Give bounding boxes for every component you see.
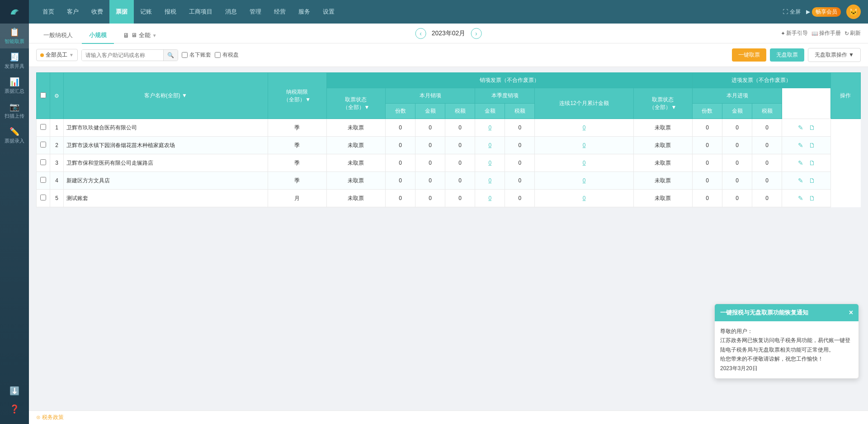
row-monthly-sale-tax: 0 <box>445 172 475 190</box>
nav-customer[interactable]: 客户 <box>61 0 85 24</box>
row-monthly-purchase-amount: 0 <box>722 190 752 207</box>
new-guide-btn[interactable]: ✦ 新手引导 <box>781 29 808 37</box>
row-index: 3 <box>50 154 64 172</box>
row-detail-btn[interactable]: 🗋 <box>807 140 817 150</box>
row-edit-btn[interactable]: ✎ <box>796 193 806 203</box>
has-tax-filter[interactable]: 有税盘 <box>215 51 239 59</box>
row-edit-btn[interactable]: ✎ <box>796 158 806 168</box>
tab-all[interactable]: 🖥 🖥 全能 ▼ <box>116 28 164 44</box>
sidebar-item-issue-invoice[interactable]: 🧾 发票开具 <box>0 48 29 73</box>
row-index: 2 <box>50 137 64 154</box>
th-action: 操作 <box>830 73 860 119</box>
one-click-fetch-btn[interactable]: 一键取票 <box>732 48 766 62</box>
row-purchase-status: 未取票 <box>633 154 692 172</box>
period-navigation: ‹ 2023年02月 › <box>415 28 482 39</box>
employee-filter[interactable]: 全部员工 ▼ <box>36 49 78 61</box>
tax-policy-link[interactable]: ⊙ 税务政策 <box>36 414 64 421</box>
vip-icon: ▶ <box>806 9 810 15</box>
row-detail-btn[interactable]: 🗋 <box>807 123 817 133</box>
row-quarterly-sale-amount[interactable]: 0 <box>475 137 505 154</box>
row-quarterly-sale-amount[interactable]: 0 <box>475 172 505 190</box>
nav-billing[interactable]: 收费 <box>85 0 109 24</box>
user-avatar[interactable]: 🐱 <box>846 5 861 19</box>
sidebar-item-summary[interactable]: 📊 票据汇总 <box>0 73 29 98</box>
row-checkbox[interactable] <box>37 154 50 172</box>
top-navigation: 首页 客户 收费 票据 记账 报税 工商项目 消息 管理 经营 服务 <box>29 0 868 24</box>
row-customer: 测试账套 <box>64 190 268 207</box>
nav-business[interactable]: 工商项目 <box>183 0 219 24</box>
row-monthly-purchase-amount: 0 <box>722 137 752 154</box>
name-account-checkbox[interactable] <box>182 52 188 58</box>
row-edit-btn[interactable]: ✎ <box>796 176 806 186</box>
row-annual-cumulative[interactable]: 0 <box>535 154 633 172</box>
fullscreen-btn[interactable]: ⛶ 全屏 <box>783 8 801 16</box>
nav-settings[interactable]: 设置 <box>316 0 341 24</box>
sidebar-item-data-entry[interactable]: ✏️ 票据录入 <box>0 123 29 148</box>
table-row: 4 新建区方方文具店 季 未取票 0 0 0 0 0 0 未取票 0 0 0 ✎… <box>37 172 861 190</box>
toolbar-left: 全部员工 ▼ 🔍 名下账套 有税盘 <box>36 49 728 61</box>
has-tax-checkbox[interactable] <box>215 52 221 58</box>
th-purchase-status: 取票状态（全部）▼ <box>633 88 692 119</box>
row-sale-status: 未取票 <box>326 172 385 190</box>
row-checkbox[interactable] <box>37 119 50 137</box>
row-purchase-status: 未取票 <box>633 137 692 154</box>
operation-manual-btn[interactable]: 📖 操作手册 <box>811 29 841 37</box>
row-checkbox[interactable] <box>37 137 50 154</box>
sidebar-item-scan[interactable]: 📷 扫描上传 <box>0 98 29 123</box>
scan-icon: 📷 <box>9 103 19 111</box>
refresh-btn[interactable]: ↻ 刷新 <box>844 29 861 37</box>
sidebar-item-smart-fetch[interactable]: 📋 智能取票 <box>0 24 29 48</box>
next-period-btn[interactable]: › <box>471 28 481 39</box>
row-detail-btn[interactable]: 🗋 <box>807 158 817 168</box>
row-customer: 新建区方方文具店 <box>64 172 268 190</box>
search-box: 🔍 <box>81 49 178 61</box>
nav-invoice[interactable]: 票据 <box>109 0 134 24</box>
dropdown-chevron-icon: ▼ <box>69 52 74 57</box>
th-sale-amount: 金额 <box>415 104 445 119</box>
row-monthly-sale-amount: 0 <box>415 172 445 190</box>
sidebar-item-scan-label: 扫描上传 <box>5 113 24 119</box>
row-annual-cumulative[interactable]: 0 <box>535 172 633 190</box>
nav-management[interactable]: 管理 <box>243 0 268 24</box>
tab-general-taxpayer[interactable]: 一般纳税人 <box>36 28 80 44</box>
row-checkbox[interactable] <box>37 190 50 207</box>
row-monthly-sale-amount: 0 <box>415 119 445 137</box>
search-input[interactable] <box>82 50 163 61</box>
tab-bar: 一般纳税人 小规模 🖥 🖥 全能 ▼ ‹ 2023年02月 › <box>29 24 868 43</box>
no-disk-fetch-btn[interactable]: 无盘取票 <box>770 48 804 62</box>
nav-service[interactable]: 服务 <box>292 0 316 24</box>
nav-bookkeeping[interactable]: 记账 <box>134 0 158 24</box>
prev-period-btn[interactable]: ‹ <box>415 28 426 39</box>
nav-operation[interactable]: 经营 <box>268 0 292 24</box>
th-purchase-count: 份数 <box>692 104 722 119</box>
sidebar-item-help[interactable]: ❓ <box>0 400 29 417</box>
select-all-checkbox[interactable] <box>40 92 46 98</box>
row-index: 4 <box>50 172 64 190</box>
row-edit-btn[interactable]: ✎ <box>796 140 806 150</box>
notification-close-btn[interactable]: × <box>849 309 853 316</box>
name-account-filter[interactable]: 名下账套 <box>182 51 211 59</box>
nav-message[interactable]: 消息 <box>219 0 243 24</box>
row-checkbox[interactable] <box>37 172 50 190</box>
row-quarterly-sale-amount[interactable]: 0 <box>475 119 505 137</box>
row-monthly-purchase-amount: 0 <box>722 154 752 172</box>
vip-btn[interactable]: ▶ 畅享会员 <box>806 7 841 17</box>
row-edit-btn[interactable]: ✎ <box>796 123 806 133</box>
th-qsale-tax: 税额 <box>505 104 535 119</box>
row-detail-btn[interactable]: 🗋 <box>807 193 817 203</box>
th-sale-group: 销项发票（不合作废票） <box>326 73 692 88</box>
row-annual-cumulative[interactable]: 0 <box>535 119 633 137</box>
row-annual-cumulative[interactable]: 0 <box>535 190 633 207</box>
no-disk-ops-btn[interactable]: 无盘取票操作 ▼ <box>808 48 861 62</box>
row-annual-cumulative[interactable]: 0 <box>535 137 633 154</box>
search-button[interactable]: 🔍 <box>163 50 178 61</box>
tab-small-scale[interactable]: 小规模 <box>82 28 114 44</box>
nav-tax[interactable]: 报税 <box>158 0 183 24</box>
row-quarterly-sale-amount[interactable]: 0 <box>475 190 505 207</box>
row-quarterly-sale-amount[interactable]: 0 <box>475 154 505 172</box>
monitor-icon: 🖥 <box>123 32 129 39</box>
nav-home[interactable]: 首页 <box>36 0 61 24</box>
row-sale-status: 未取票 <box>326 190 385 207</box>
sidebar-item-download[interactable]: ⬇️ <box>0 382 29 399</box>
row-detail-btn[interactable]: 🗋 <box>807 176 817 186</box>
